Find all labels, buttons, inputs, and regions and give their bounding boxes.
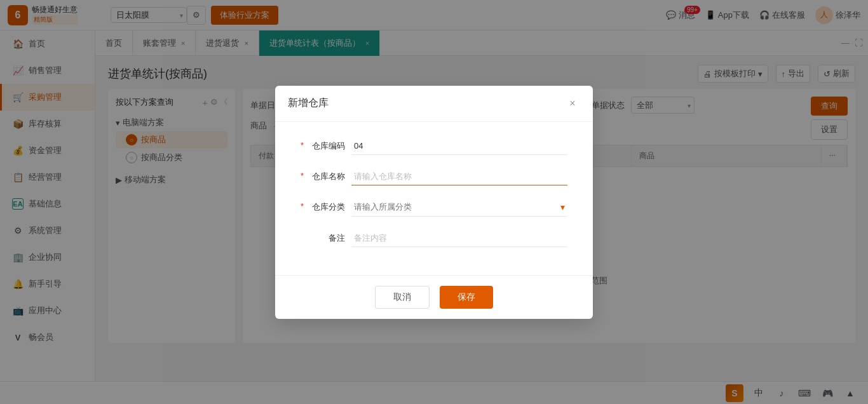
- form-label-code: 仓库编码: [301, 140, 351, 152]
- save-button[interactable]: 保存: [440, 286, 493, 309]
- form-label-name: 仓库名称: [301, 171, 351, 182]
- dialog-title: 新增仓库: [288, 97, 329, 110]
- category-dropdown-icon[interactable]: ▾: [560, 202, 565, 212]
- form-label-category: 仓库分类: [301, 201, 351, 213]
- add-warehouse-dialog: 新增仓库 × 仓库编码 仓库名称 仓库分类 ▾: [275, 86, 593, 319]
- warehouse-category-input[interactable]: [354, 202, 560, 212]
- dialog-header: 新增仓库 ×: [275, 86, 593, 122]
- form-row-category: 仓库分类 ▾: [301, 198, 567, 217]
- warehouse-category-select[interactable]: ▾: [351, 198, 567, 217]
- dialog-footer: 取消 保存: [275, 275, 593, 319]
- form-row-name: 仓库名称: [301, 168, 567, 185]
- form-label-remark: 备注: [301, 232, 351, 244]
- warehouse-remark-input[interactable]: [351, 229, 567, 247]
- form-row-code: 仓库编码: [301, 137, 567, 155]
- form-row-remark: 备注: [301, 229, 567, 247]
- dialog-overlay: 新增仓库 × 仓库编码 仓库名称 仓库分类 ▾: [0, 0, 868, 404]
- dialog-close-button[interactable]: ×: [565, 96, 580, 111]
- cancel-button[interactable]: 取消: [375, 286, 430, 309]
- dialog-body: 仓库编码 仓库名称 仓库分类 ▾ 备注: [275, 122, 593, 275]
- warehouse-name-input[interactable]: [351, 168, 567, 185]
- warehouse-code-input[interactable]: [351, 137, 567, 155]
